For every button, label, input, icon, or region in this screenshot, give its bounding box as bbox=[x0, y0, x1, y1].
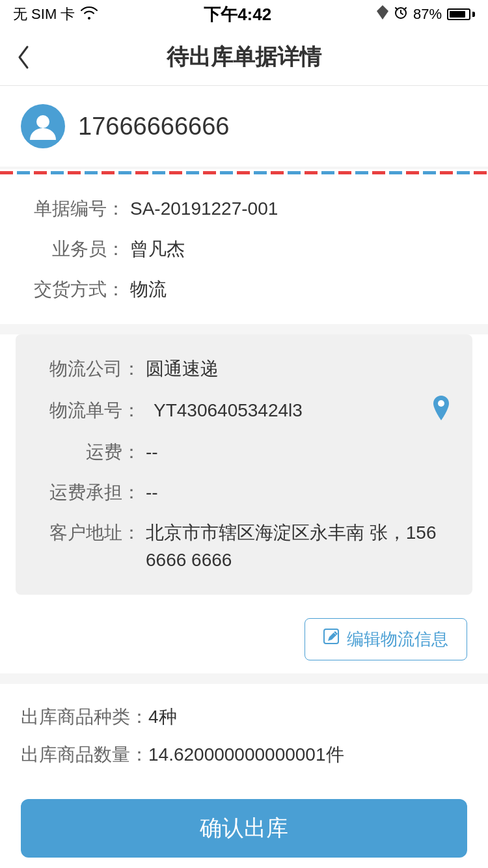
logistics-tracking-row: 物流单号： YT43064053424l3 bbox=[36, 396, 452, 426]
svg-point-1 bbox=[36, 115, 49, 128]
goods-type-row: 出库商品种类： 4种 bbox=[21, 705, 467, 729]
logistics-tracking-value: YT43064053424l3 bbox=[154, 397, 423, 424]
salesman-value: 曾凡杰 bbox=[130, 236, 467, 263]
delivery-row: 交货方式： 物流 bbox=[21, 276, 467, 303]
svg-point-2 bbox=[438, 400, 444, 407]
status-bar: 无 SIM 卡 下午4:42 87% bbox=[0, 0, 488, 29]
confirm-label: 确认出库 bbox=[200, 813, 288, 843]
freight-row: 运费： -- bbox=[36, 439, 452, 466]
status-right: 87% bbox=[377, 5, 475, 23]
address-value: 北京市市辖区海淀区永丰南 张，156 6666 6666 bbox=[146, 519, 452, 574]
logistics-company-value: 圆通速递 bbox=[146, 355, 452, 383]
status-left: 无 SIM 卡 bbox=[13, 5, 98, 24]
basic-info-section: 单据编号： SA-20191227-001 业务员： 曾凡杰 交货方式： 物流 bbox=[0, 174, 488, 324]
page-title: 待出库单据详情 bbox=[167, 42, 321, 72]
edit-logistics-button[interactable]: 编辑物流信息 bbox=[305, 618, 467, 660]
freight-bearer-row: 运费承担： -- bbox=[36, 479, 452, 506]
freight-bearer-label: 运费承担： bbox=[36, 479, 141, 506]
goods-type-label: 出库商品种类： bbox=[21, 705, 148, 729]
back-button[interactable] bbox=[16, 44, 31, 70]
customer-section: 17666666666 bbox=[0, 86, 488, 167]
logistics-section: 物流公司： 圆通速递 物流单号： YT43064053424l3 运费： -- … bbox=[16, 334, 472, 595]
goods-type-value: 4种 bbox=[148, 705, 467, 729]
customer-phone: 17666666666 bbox=[78, 113, 229, 141]
sim-label: 无 SIM 卡 bbox=[13, 5, 75, 24]
status-time: 下午4:42 bbox=[204, 3, 271, 26]
delivery-label: 交货方式： bbox=[21, 276, 125, 303]
address-row: 客户地址： 北京市市辖区海淀区永丰南 张，156 6666 6666 bbox=[36, 519, 452, 574]
logistics-company-row: 物流公司： 圆通速递 bbox=[36, 355, 452, 383]
goods-quantity-label: 出库商品数量： bbox=[21, 742, 148, 767]
battery-percentage: 87% bbox=[413, 6, 442, 23]
avatar bbox=[21, 104, 65, 148]
order-number-label: 单据编号： bbox=[21, 195, 125, 223]
edit-icon bbox=[323, 629, 340, 650]
dashed-divider bbox=[0, 169, 488, 174]
edit-logistics-section: 编辑物流信息 bbox=[0, 605, 488, 673]
nav-bar: 待出库单据详情 bbox=[0, 29, 488, 86]
battery-icon bbox=[447, 8, 475, 20]
address-label: 客户地址： bbox=[36, 519, 141, 547]
wifi-icon bbox=[80, 5, 98, 23]
salesman-row: 业务员： 曾凡杰 bbox=[21, 236, 467, 263]
section-divider bbox=[0, 673, 488, 684]
goods-quantity-value: 14.620000000000001件 bbox=[148, 742, 467, 767]
goods-section: 出库商品种类： 4种 出库商品数量： 14.620000000000001件 bbox=[0, 684, 488, 788]
logistics-company-label: 物流公司： bbox=[36, 355, 141, 383]
edit-logistics-label: 编辑物流信息 bbox=[347, 628, 448, 651]
order-number-value: SA-20191227-001 bbox=[130, 195, 467, 223]
location-pin-icon[interactable] bbox=[431, 396, 452, 426]
delivery-value: 物流 bbox=[130, 276, 467, 303]
freight-label: 运费： bbox=[36, 439, 141, 466]
order-number-row: 单据编号： SA-20191227-001 bbox=[21, 195, 467, 223]
goods-quantity-row: 出库商品数量： 14.620000000000001件 bbox=[21, 742, 467, 767]
freight-value: -- bbox=[146, 439, 452, 466]
logistics-tracking-label: 物流单号： bbox=[36, 397, 141, 424]
salesman-label: 业务员： bbox=[21, 236, 125, 263]
confirm-button[interactable]: 确认出库 bbox=[21, 799, 467, 858]
freight-bearer-value: -- bbox=[146, 479, 452, 506]
location-icon bbox=[377, 5, 388, 23]
confirm-button-wrapper: 确认出库 bbox=[0, 789, 488, 868]
alarm-icon bbox=[394, 5, 408, 23]
